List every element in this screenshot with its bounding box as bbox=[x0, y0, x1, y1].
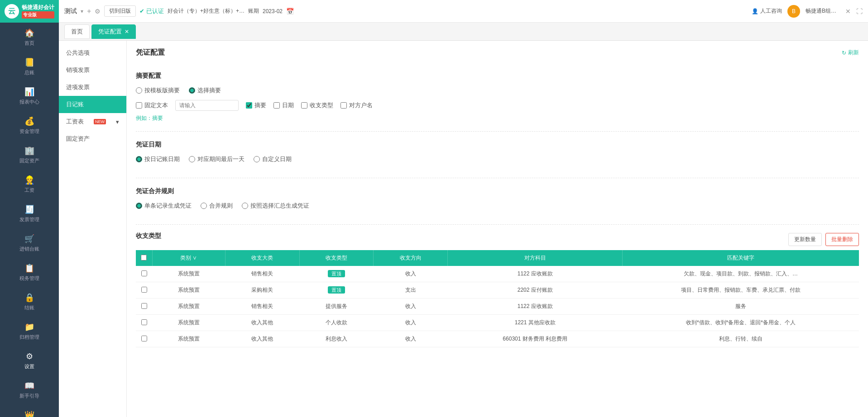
sidebar-item-首页[interactable]: 🏠首页 bbox=[0, 23, 59, 52]
page-title: 凭证配置 bbox=[136, 48, 165, 57]
counterparty-check[interactable] bbox=[340, 102, 347, 109]
user-service-btn[interactable]: 👤 人工咨询 bbox=[752, 7, 782, 15]
row-check-3[interactable] bbox=[141, 319, 147, 325]
radio-journal[interactable] bbox=[136, 156, 142, 162]
sidebar-label-进销台账: 进销台账 bbox=[19, 246, 39, 252]
voucher-merge-title: 凭证合并规则 bbox=[136, 187, 859, 195]
top-badge-0[interactable]: 置顶 bbox=[328, 270, 345, 277]
update-count-button[interactable]: 更新数量 bbox=[788, 233, 822, 246]
sidebar-label-税务管理: 税务管理 bbox=[19, 275, 39, 282]
radio-summary[interactable] bbox=[242, 203, 248, 209]
radio-custom[interactable] bbox=[254, 156, 260, 162]
sidebar-item-资金管理[interactable]: 💰资金管理 bbox=[0, 111, 59, 140]
topbar-arrow[interactable]: ▾ bbox=[81, 8, 83, 14]
row-subject-0: 1122 应收账款 bbox=[448, 266, 623, 282]
summary-check[interactable] bbox=[246, 102, 252, 109]
row-check-1[interactable] bbox=[141, 287, 147, 293]
top-badge-1[interactable]: 置顶 bbox=[328, 286, 345, 294]
income-type-checkbox[interactable]: 收支类型 bbox=[301, 101, 333, 109]
period-value: 2023-02 bbox=[263, 8, 283, 14]
table-row: 系统预置 销售相关 提供服务 收入 1122 应收账款 服务 bbox=[136, 299, 859, 315]
summary-checkbox[interactable]: 摘要 bbox=[246, 101, 266, 109]
topbar-settings-icon[interactable]: ⚙ bbox=[95, 8, 101, 15]
row-main-type-3: 收入其他 bbox=[225, 315, 299, 331]
sidebar-item-发票管理[interactable]: 🧾发票管理 bbox=[0, 199, 59, 228]
sidebar-item-新手引导[interactable]: 📖新手引导 bbox=[0, 375, 59, 405]
sidebar-item-总账[interactable]: 📒总账 bbox=[0, 52, 59, 81]
income-type-check[interactable] bbox=[301, 102, 307, 109]
left-nav-label-3: 日记账 bbox=[66, 100, 84, 109]
refresh-button[interactable]: ↻ 刷新 bbox=[842, 49, 859, 57]
date-check[interactable] bbox=[273, 102, 280, 109]
expand-icon[interactable]: ⛶ bbox=[856, 8, 863, 15]
radio-lastday[interactable] bbox=[189, 156, 195, 162]
tab-label-0: 首页 bbox=[71, 28, 83, 36]
app-edition: 专业版 bbox=[22, 11, 54, 19]
sidebar: 云 畅捷通好会计 专业版 🏠首页📒总账📊报表中心💰资金管理🏢固定资产👷工资🧾发票… bbox=[0, 0, 59, 417]
radio-single[interactable] bbox=[136, 203, 142, 209]
sidebar-item-工资[interactable]: 👷工资 bbox=[0, 170, 59, 199]
row-check-2[interactable] bbox=[141, 303, 147, 309]
income-type-label: 收支类型 bbox=[310, 101, 333, 109]
row-checkbox-0[interactable] bbox=[136, 266, 152, 282]
row-keywords-3: 收到*借款、收到*备用金、退回*备用金、个人 bbox=[623, 315, 859, 331]
radio-choose[interactable] bbox=[189, 87, 195, 94]
row-checkbox-2[interactable] bbox=[136, 299, 152, 315]
date-checkbox[interactable]: 日期 bbox=[273, 101, 294, 109]
left-nav-item-2[interactable]: 进项发票 bbox=[59, 79, 126, 96]
sidebar-item-归档管理[interactable]: 📁归档管理 bbox=[0, 317, 59, 346]
sidebar-item-税务管理[interactable]: 📋税务管理 bbox=[0, 258, 59, 287]
close-icon[interactable]: ✕ bbox=[845, 8, 851, 15]
counterparty-checkbox[interactable]: 对方户名 bbox=[340, 101, 373, 109]
sidebar-icon-首页: 🏠 bbox=[24, 28, 34, 38]
date-radio-custom[interactable]: 自定义日期 bbox=[254, 155, 292, 163]
batch-delete-button[interactable]: 批量删除 bbox=[825, 233, 859, 246]
summary-radio-choose[interactable]: 选择摘要 bbox=[189, 86, 221, 95]
sidebar-item-设置[interactable]: ⚙设置 bbox=[0, 346, 59, 375]
row-subject-2: 1122 应收账款 bbox=[448, 299, 623, 315]
sidebar-item-畅会员[interactable]: 👑畅会员 bbox=[0, 405, 59, 417]
merge-radio-summary[interactable]: 按照选择汇总生成凭证 bbox=[242, 202, 309, 210]
switch-version-button[interactable]: 切到旧版 bbox=[104, 5, 136, 17]
row-subject-4: 660301 财务费用 利息费用 bbox=[448, 331, 623, 347]
row-check-4[interactable] bbox=[141, 336, 147, 341]
tab-0[interactable]: 首页 bbox=[64, 24, 90, 39]
example-text: 例如：摘要 bbox=[136, 114, 859, 122]
left-nav-label-1: 销项发票 bbox=[66, 66, 90, 74]
sidebar-icon-工资: 👷 bbox=[24, 175, 34, 185]
sidebar-label-设置: 设置 bbox=[24, 363, 34, 370]
radio-merge[interactable] bbox=[201, 203, 207, 209]
summary-radio-template[interactable]: 按模板版摘要 bbox=[136, 86, 180, 95]
sidebar-icon-结账: 🔒 bbox=[24, 293, 34, 303]
date-radio-journal[interactable]: 按日记账日期 bbox=[136, 155, 180, 163]
sidebar-item-固定资产[interactable]: 🏢固定资产 bbox=[0, 140, 59, 170]
left-nav-item-1[interactable]: 销项发票 bbox=[59, 62, 126, 79]
tab-close-1[interactable]: ✕ bbox=[125, 28, 129, 35]
sidebar-item-报表中心[interactable]: 📊报表中心 bbox=[0, 81, 59, 111]
radio-template[interactable] bbox=[136, 87, 142, 94]
table-row: 系统预置 采购相关 置顶 支出 2202 应付账款 项目、日常费用、报销款、车费… bbox=[136, 282, 859, 299]
sidebar-label-结账: 结账 bbox=[24, 304, 34, 311]
fixed-text-input[interactable] bbox=[175, 100, 239, 111]
fixed-text-checkbox[interactable] bbox=[136, 102, 142, 109]
row-check-0[interactable] bbox=[141, 270, 147, 276]
merge-radio-merge[interactable]: 合并规则 bbox=[201, 202, 233, 210]
sidebar-item-结账[interactable]: 🔒结账 bbox=[0, 287, 59, 317]
voucher-merge-radio-group: 单条记录生成凭证 合并规则 按照选择汇总生成凭证 bbox=[136, 202, 859, 210]
row-checkbox-1[interactable] bbox=[136, 282, 152, 299]
date-radio-lastday[interactable]: 对应期间最后一天 bbox=[189, 155, 245, 163]
left-nav-item-0[interactable]: 公共选项 bbox=[59, 44, 126, 62]
left-nav-item-3[interactable]: 日记账 bbox=[59, 96, 126, 113]
row-checkbox-4[interactable] bbox=[136, 331, 152, 347]
left-nav-item-4[interactable]: 工资表NEW▾ bbox=[59, 113, 126, 130]
fixed-text-checkbox-label[interactable]: 固定文本 bbox=[136, 101, 168, 109]
sidebar-item-进销台账[interactable]: 🛒进销台账 bbox=[0, 228, 59, 258]
topbar-plus[interactable]: + bbox=[87, 7, 91, 15]
row-checkbox-3[interactable] bbox=[136, 315, 152, 331]
tab-1[interactable]: 凭证配置✕ bbox=[91, 24, 136, 39]
calendar-icon[interactable]: 📅 bbox=[286, 8, 294, 15]
left-nav-item-5[interactable]: 固定资产 bbox=[59, 130, 126, 147]
row-sub-type-3: 个人收款 bbox=[299, 315, 374, 331]
select-all-checkbox[interactable] bbox=[141, 255, 147, 261]
merge-radio-single[interactable]: 单条记录生成凭证 bbox=[136, 202, 192, 210]
